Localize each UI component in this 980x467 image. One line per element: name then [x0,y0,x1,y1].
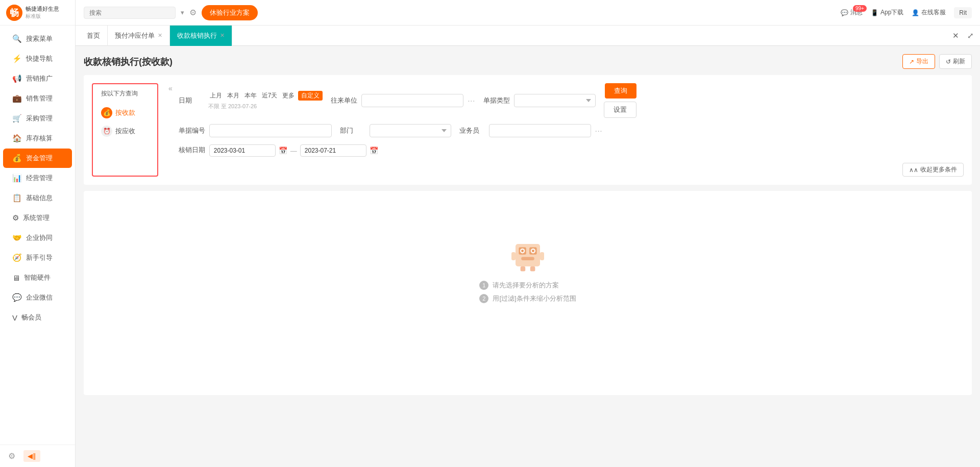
tab-prepay[interactable]: 预付冲应付单 ✕ [108,26,170,46]
sidebar-item-0[interactable]: 🔍搜索菜单 [3,29,72,48]
sidebar-icon-14: V [12,313,17,322]
sidebar-icon-3: 💼 [12,94,22,103]
tab-expand-button[interactable]: ⤢ [965,29,976,42]
date-more[interactable]: 更多 [281,91,296,101]
filter-actions: 查询 设置 [604,83,636,118]
filter-type-selector: 按以下方查询 💰 按收款 ⏰ 按应收 [92,83,158,177]
user-menu[interactable]: Rit [954,7,972,18]
staff-label: 业务员 [459,126,485,135]
query-button[interactable]: 查询 [605,83,636,99]
date-custom[interactable]: 自定义 [298,91,323,101]
writeoff-date-start-cal-icon[interactable]: 📅 [279,146,287,155]
counterparty-input[interactable] [361,94,463,107]
date-this-year[interactable]: 本年 [243,91,258,101]
sidebar-label-1: 快捷导航 [26,54,53,63]
topbar-gear-icon[interactable]: ⚙ [189,8,197,17]
tab-home-label: 首页 [87,31,100,40]
sidebar-label-12: 智能硬件 [24,273,51,282]
receipt-label: 按收款 [115,108,135,117]
date-last-month[interactable]: 上月 [208,91,224,101]
svg-rect-0 [516,244,540,266]
app-icon: 📱 [871,9,878,16]
tab-writeoff-close[interactable]: ✕ [220,32,225,39]
sidebar-item-10[interactable]: 🤝企业协同 [3,228,72,248]
filter-row-1: 日期 上月 本月 本年 近7天 更多 自定义 不限 至 2023-07-26 [179,83,964,118]
solution-button[interactable]: 休验行业方案 [202,5,258,20]
sidebar-item-9[interactable]: ⚙系统管理 [3,208,72,228]
sidebar-item-14[interactable]: V畅会员 [3,308,72,327]
sidebar-label-6: 资金管理 [26,154,53,163]
content-area: 1 请先选择要分析的方案 2 用[过滤]条件来缩小分析范围 [84,191,972,395]
filter-option-by-receivable[interactable]: ⏰ 按应收 [101,126,149,137]
sidebar-item-11[interactable]: 🧭新手引导 [3,248,72,267]
writeoff-date-start-input[interactable] [209,144,276,157]
sidebar-icon-4: 🛒 [12,114,22,123]
filter-type-title: 按以下方查询 [101,89,149,98]
sidebar-item-7[interactable]: 📊经营管理 [3,168,72,188]
staff-input[interactable] [489,124,591,137]
staff-more-button[interactable]: ··· [595,127,603,135]
dept-label: 部门 [340,126,365,135]
refresh-label: 刷新 [953,57,965,66]
svg-rect-3 [521,257,534,260]
date-label: 日期 [179,96,204,105]
search-input[interactable] [84,7,176,19]
page-actions: ↗ 导出 ↺ 刷新 [902,54,972,69]
sidebar: 畅 畅捷通好生意 标准版 🔍搜索菜单⚡快捷导航📢营销推广💼销售管理🛒采购管理🏠库… [0,0,76,467]
sidebar-logo: 畅 畅捷通好生意 标准版 [0,0,75,26]
topbar-dropdown-icon[interactable]: ▾ [181,9,184,16]
app-download-button[interactable]: 📱 App下载 [871,8,903,17]
filter-left-collapse-button[interactable]: « [168,84,173,92]
writeoff-date-end-input[interactable] [300,144,366,157]
tabbar-right: ✕ ⤢ [950,29,976,42]
sidebar-item-2[interactable]: 📢营销推广 [3,69,72,88]
counterparty-field: 往来单位 ··· [331,94,475,107]
sidebar-icon-12: 🖥 [12,274,20,282]
date-range-dash: — [290,147,297,155]
dept-select[interactable] [370,124,451,137]
sidebar-label-8: 基础信息 [26,193,53,203]
sidebar-item-1[interactable]: ⚡快捷导航 [3,49,72,68]
svg-rect-5 [540,252,544,260]
page-title: 收款核销执行(按收款) [84,56,173,68]
tab-home[interactable]: 首页 [80,26,108,46]
doc-no-label: 单据编号 [179,126,205,135]
tab-writeoff[interactable]: 收款核销执行 ✕ [170,26,232,46]
sidebar-item-13[interactable]: 💬企业微信 [3,288,72,307]
sidebar-item-4[interactable]: 🛒采购管理 [3,109,72,128]
sidebar-icon-7: 📊 [12,174,22,183]
sidebar-item-5[interactable]: 🏠库存核算 [3,129,72,148]
sidebar-item-6[interactable]: 💰资金管理 [3,149,72,168]
tab-prepay-close[interactable]: ✕ [158,32,162,39]
tab-close-all-button[interactable]: ✕ [950,29,961,42]
sidebar-label-14: 畅会员 [21,313,41,322]
date-7days[interactable]: 近7天 [260,91,279,101]
sidebar-label-13: 企业微信 [26,293,53,302]
writeoff-date-range: 📅 — 📅 [209,144,378,157]
doc-type-field: 单据类型 [483,94,596,107]
refresh-button[interactable]: ↺ 刷新 [939,54,972,69]
online-service-button[interactable]: 👤 在线客服 [912,8,946,17]
doc-type-select[interactable] [514,94,596,107]
filter-option-by-receipt[interactable]: 💰 按收款 [101,107,149,118]
writeoff-date-end-cal-icon[interactable]: 📅 [370,146,378,155]
sidebar-item-3[interactable]: 💼销售管理 [3,89,72,108]
filter-panel: 按以下方查询 💰 按收款 ⏰ 按应收 « 日期 [84,75,972,185]
export-button[interactable]: ↗ 导出 [902,54,935,69]
counterparty-more-button[interactable]: ··· [468,96,475,105]
sidebar-item-8[interactable]: 📋基础信息 [3,188,72,208]
sidebar-icon-5: 🏠 [12,134,22,143]
date-this-month[interactable]: 本月 [226,91,241,101]
filter-more-row: ∧∧ 收起更多条件 [179,163,964,177]
message-button[interactable]: 💬 消息 99+ [841,8,863,17]
collapse-more-button[interactable]: ∧∧ 收起更多条件 [902,163,964,177]
doc-no-input[interactable] [209,124,332,137]
sidebar-item-12[interactable]: 🖥智能硬件 [3,268,72,287]
settings-button[interactable]: 设置 [604,102,636,118]
service-label: 在线客服 [921,8,946,17]
sidebar-settings-icon[interactable]: ⚙ [8,451,15,461]
export-label: 导出 [916,57,928,66]
counterparty-label: 往来单位 [331,96,357,105]
sidebar-collapse-button[interactable]: ◀‖ [23,450,40,462]
empty-hints: 1 请先选择要分析的方案 2 用[过滤]条件来缩小分析范围 [479,281,576,303]
